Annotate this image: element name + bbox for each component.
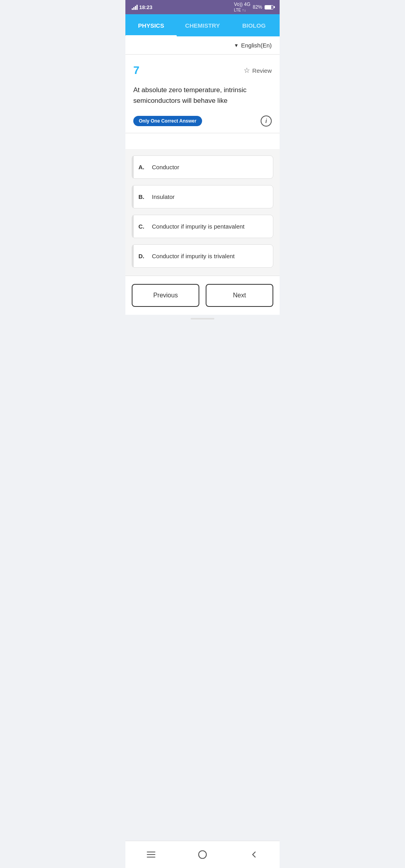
question-number: 7: [133, 64, 140, 77]
answer-type-badge: Only One Correct Answer: [133, 116, 202, 126]
menu-icon: [146, 849, 156, 860]
question-header: 7 ☆ Review: [133, 64, 272, 77]
previous-button[interactable]: Previous: [132, 284, 199, 307]
tab-bar: PHYSICS CHEMISTRY BIOLOG: [125, 14, 280, 36]
menu-button[interactable]: [143, 847, 159, 862]
option-b-label: B.: [138, 193, 146, 200]
network-label: Vo)) 4GLTE ↑↓: [234, 2, 250, 13]
language-dropdown[interactable]: ▼ English(En): [234, 42, 272, 49]
navigation-buttons: Previous Next: [125, 276, 280, 315]
next-button[interactable]: Next: [206, 284, 273, 307]
info-icon-label: i: [265, 118, 267, 124]
status-time-signal: 18:23: [132, 4, 152, 10]
tab-physics[interactable]: PHYSICS: [125, 14, 177, 36]
home-icon: [197, 849, 208, 860]
review-label: Review: [252, 67, 272, 74]
question-area: 7 ☆ Review At absolute zero temperature,…: [125, 55, 280, 149]
status-bar: 18:23 Vo)) 4GLTE ↑↓ 82%: [125, 0, 280, 14]
star-icon: ☆: [244, 66, 250, 75]
tab-chemistry[interactable]: CHEMISTRY: [177, 14, 228, 36]
option-b[interactable]: B. Insulator: [132, 185, 273, 208]
chevron-down-icon: ▼: [234, 43, 239, 48]
option-a[interactable]: A. Conductor: [132, 155, 273, 179]
option-d[interactable]: D. Conductor if impurity is trivalent: [132, 244, 273, 268]
option-c[interactable]: C. Conductor if impurity is pentavalent: [132, 215, 273, 238]
option-a-label: A.: [138, 164, 146, 170]
battery-fill: [265, 6, 271, 9]
battery-percent: 82%: [253, 4, 262, 10]
review-button[interactable]: ☆ Review: [244, 66, 272, 75]
option-d-label: D.: [138, 253, 146, 259]
bottom-spacer: [125, 320, 280, 351]
back-icon: [249, 849, 259, 860]
options-area: A. Conductor B. Insulator C. Conductor i…: [125, 149, 280, 276]
signal-icon: [132, 4, 138, 10]
option-c-text: Conductor if impurity is pentavalent: [152, 222, 244, 231]
tab-physics-label: PHYSICS: [138, 22, 164, 29]
language-label: English(En): [241, 42, 272, 49]
tab-chemistry-label: CHEMISTRY: [185, 22, 220, 29]
tab-biology[interactable]: BIOLOG: [228, 14, 280, 36]
tab-biology-label: BIOLOG: [242, 22, 265, 29]
language-selector-bar: ▼ English(En): [125, 36, 280, 55]
question-text: At absolute zero temperature, intrinsic …: [133, 85, 272, 106]
bottom-nav-bar: [125, 841, 280, 868]
option-d-text: Conductor if impurity is trivalent: [152, 252, 235, 260]
home-button[interactable]: [195, 847, 210, 862]
divider: [125, 133, 280, 133]
option-b-text: Insulator: [152, 193, 175, 201]
info-icon[interactable]: i: [261, 115, 272, 127]
battery-icon: [265, 5, 273, 9]
svg-point-3: [199, 851, 206, 859]
option-a-text: Conductor: [152, 163, 179, 171]
back-button[interactable]: [246, 847, 262, 862]
status-right: Vo)) 4GLTE ↑↓ 82%: [234, 2, 273, 13]
option-c-label: C.: [138, 223, 146, 230]
status-time: 18:23: [139, 4, 152, 10]
badge-row: Only One Correct Answer i: [133, 115, 272, 127]
